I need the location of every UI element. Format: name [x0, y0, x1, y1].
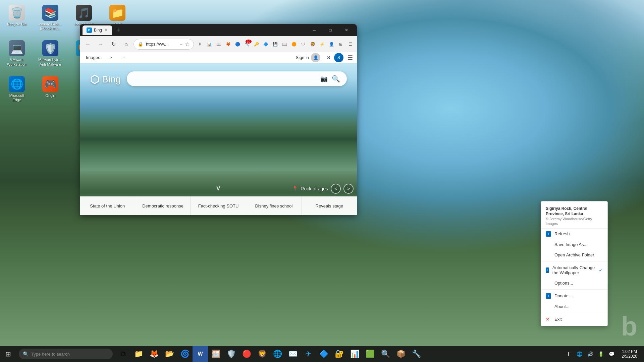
tray-message-icon[interactable]: 💬: [607, 346, 616, 362]
images-menu-item[interactable]: Images: [84, 54, 102, 61]
taskbar-file-explorer[interactable]: 📁: [131, 346, 146, 362]
bing-desktop-watermark: b: [621, 311, 637, 342]
context-menu-options[interactable]: Options...: [541, 278, 607, 288]
ext-reading-icon[interactable]: 📖: [280, 40, 288, 48]
user-avatar-2: S: [334, 53, 343, 62]
bookmark-star-icon[interactable]: ☆: [185, 41, 190, 47]
taskbar-antivirus[interactable]: 🛡️: [223, 346, 239, 362]
browser-tab-bing[interactable]: B Bing ×: [83, 25, 112, 35]
ext-addon6-icon[interactable]: 🦁: [309, 40, 317, 48]
ext-addon2-icon[interactable]: 🔵: [233, 40, 241, 48]
start-button[interactable]: ⊞: [0, 346, 16, 362]
desktop-icon-microsoft-edge[interactable]: 🌐 Microsoft Edge: [3, 75, 30, 104]
ext-shield-icon[interactable]: 🛡: [299, 40, 307, 48]
browser-menu-icon[interactable]: ☰: [346, 40, 354, 48]
maximize-button[interactable]: □: [323, 25, 338, 36]
ext-addon7-icon[interactable]: ⚡: [318, 40, 326, 48]
context-menu-separator-2: [541, 289, 607, 290]
bing-search-bar[interactable]: 📷 🔍: [127, 71, 347, 86]
ext-addon4-icon[interactable]: 🔷: [262, 40, 270, 48]
forward-button[interactable]: →: [95, 39, 106, 50]
context-menu-auto-change[interactable]: b Automatically Change the Wallpaper ✓: [541, 262, 607, 278]
tray-network-icon[interactable]: 🌐: [575, 346, 584, 362]
taskbar-ms-word[interactable]: W: [193, 346, 208, 362]
context-menu-open-archive[interactable]: Open Archive Folder: [541, 250, 607, 260]
context-menu-save-image[interactable]: Save Image As...: [541, 239, 607, 250]
context-menu-refresh[interactable]: b Refresh: [541, 229, 607, 239]
tab-close-button[interactable]: ×: [104, 27, 108, 33]
scroll-down-indicator[interactable]: ∨: [215, 183, 221, 192]
taskbar-tools[interactable]: 🔧: [409, 346, 424, 362]
taskbar-package[interactable]: 📦: [393, 346, 409, 362]
extensions-dots[interactable]: ...: [180, 41, 183, 47]
ext-addon1-icon[interactable]: 🦊: [224, 40, 232, 48]
origin-icon: 🎮: [42, 76, 58, 92]
tray-battery-icon[interactable]: 🔋: [596, 346, 605, 362]
desktop-icon-calibre[interactable]: 📚 calibre 64bi... E-book ma...: [37, 3, 64, 32]
desktop-icon-origin[interactable]: 🎮 Origin: [37, 75, 64, 104]
more-menu-item[interactable]: ···: [119, 54, 127, 61]
next-image-button[interactable]: >: [343, 184, 354, 194]
taskbar-search[interactable]: 🔍 Type here to search: [19, 349, 113, 359]
taskbar-firefox[interactable]: 🦊: [146, 346, 162, 362]
taskbar-edge3[interactable]: 🔷: [316, 346, 331, 362]
prev-image-button[interactable]: <: [331, 184, 341, 194]
refresh-button[interactable]: ↻: [108, 39, 119, 50]
camera-search-icon[interactable]: 📷: [320, 75, 328, 82]
minimize-button[interactable]: ─: [307, 25, 322, 36]
taskbar-eset[interactable]: 🔴: [239, 346, 254, 362]
taskbar-security[interactable]: 🔐: [331, 346, 347, 362]
location-pin-icon: 📍: [292, 186, 298, 191]
address-bar[interactable]: 🔒 https://ww... ... ☆: [133, 39, 194, 50]
back-button[interactable]: ←: [83, 39, 93, 50]
vmware-icon: 💻: [9, 40, 25, 56]
taskbar-task-view[interactable]: ⧉: [115, 346, 131, 362]
context-menu-donate[interactable]: b Donate...: [541, 291, 607, 301]
ext-profile-icon[interactable]: 👤: [327, 40, 335, 48]
ext-addon5-icon[interactable]: 🟠: [290, 40, 298, 48]
taskbar-brave[interactable]: 🦁: [254, 346, 270, 362]
foobar2000-icon: 🎵: [76, 5, 92, 21]
ext-collections-icon[interactable]: 📊: [205, 40, 213, 48]
context-menu-about[interactable]: About...: [541, 301, 607, 312]
save-image-label: Save Image As...: [554, 242, 587, 247]
taskbar-search2[interactable]: 🔍: [378, 346, 393, 362]
taskbar-green-icon[interactable]: 🟩: [362, 346, 378, 362]
close-button[interactable]: ✕: [339, 25, 354, 36]
taskbar-windows10[interactable]: 🪟: [208, 346, 223, 362]
desktop-icon-malwarebytes[interactable]: 🛡️ Malwarebyte... Anti-Malware: [37, 39, 64, 68]
bing-settings-icon[interactable]: ☰: [347, 54, 353, 61]
chevron-menu-item[interactable]: >: [108, 54, 114, 61]
taskbar-edge2[interactable]: 🌐: [270, 346, 285, 362]
ext-addon3-icon[interactable]: 🔑: [252, 40, 260, 48]
taskbar-edge-browser[interactable]: 🌀: [177, 346, 193, 362]
taskbar-addon1[interactable]: 📊: [347, 346, 362, 362]
ext-grid-icon[interactable]: ⊞: [337, 40, 345, 48]
taskbar-explorer2[interactable]: 📂: [162, 346, 177, 362]
tray-up-arrow-icon[interactable]: ⬆: [564, 346, 573, 362]
taskbar-email[interactable]: ✉️: [285, 346, 301, 362]
new-tab-button[interactable]: +: [113, 25, 123, 35]
desktop-icon-vmware[interactable]: 💻 VMware Workstation: [3, 39, 30, 68]
system-clock[interactable]: 1:02 PM 2/5/2020: [618, 346, 641, 362]
donate-label: Donate...: [554, 293, 572, 298]
taskbar-search-icon: 🔍: [23, 351, 29, 357]
sign-in-button[interactable]: Sign in 👤: [293, 52, 323, 64]
taskbar-telegram[interactable]: ✈: [301, 346, 316, 362]
desktop-icon-recycle-bin[interactable]: 🗑️ Recycle Bin: [3, 3, 30, 32]
refresh-label: Refresh: [554, 231, 570, 236]
news-reveals-stage[interactable]: Reveals stage: [302, 196, 357, 215]
search-input[interactable]: [132, 76, 318, 82]
news-fact-checking-sotu[interactable]: Fact-checking SOTU: [191, 196, 246, 215]
news-disney-fines-school[interactable]: Disney fines school: [246, 196, 302, 215]
tray-volume-icon[interactable]: 🔊: [585, 346, 595, 362]
ext-save-icon[interactable]: 💾: [271, 40, 279, 48]
home-button[interactable]: ⌂: [121, 39, 131, 50]
news-democratic-response[interactable]: Democratic response: [135, 196, 191, 215]
ext-history-icon[interactable]: 📖: [215, 40, 223, 48]
context-menu-exit[interactable]: ✕ Exit: [541, 314, 607, 324]
ext-download-icon[interactable]: ⬇: [196, 40, 204, 48]
news-state-of-union[interactable]: State of the Union: [80, 196, 135, 215]
ext-badge-icon[interactable]: 10🔧: [243, 40, 251, 48]
search-button-icon[interactable]: 🔍: [330, 75, 341, 83]
